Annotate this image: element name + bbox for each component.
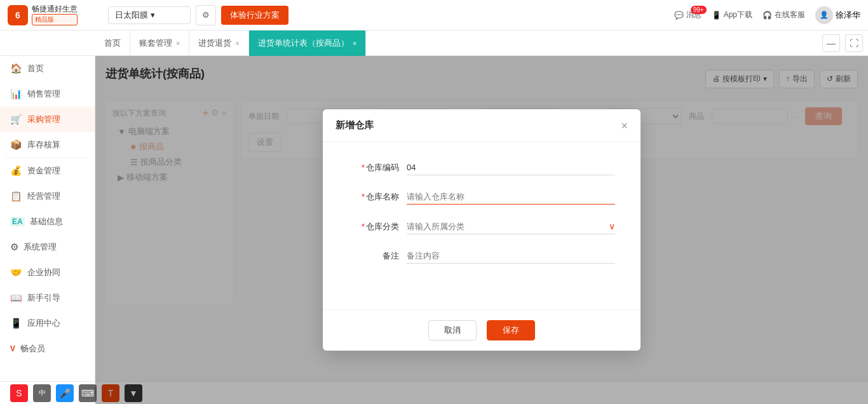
- keyboard-icon[interactable]: ⌨: [79, 384, 97, 402]
- tab-home-label: 首页: [104, 37, 121, 49]
- logo-area: 6 畅捷通好生意 精品版: [8, 4, 103, 26]
- form-row-warehouse-name: *仓库名称: [348, 189, 615, 205]
- operations-icon: 📋: [10, 191, 22, 202]
- tab-purchase-return-label: 进货退货: [198, 37, 231, 49]
- sidebar-item-system[interactable]: ⚙ 系统管理: [0, 234, 95, 260]
- sidebar-item-sales[interactable]: 📊 销售管理: [0, 81, 95, 107]
- brand-s-icon[interactable]: S: [10, 384, 28, 402]
- sidebar: 🏠 首页 📊 销售管理 🛒 采购管理 📦 库存核算 💰 资金管理 📋 经营管理 …: [0, 56, 95, 404]
- trial-button[interactable]: 体验行业方案: [221, 6, 288, 25]
- warehouse-code-label: *仓库编码: [348, 162, 399, 173]
- new-warehouse-modal: 新增仓库 × *仓库编码 *仓库名称: [323, 109, 641, 351]
- warehouse-name-input[interactable]: [407, 189, 615, 205]
- phone-icon: 📱: [712, 11, 721, 20]
- headset-icon: 🎧: [763, 11, 772, 20]
- form-row-remark: 备注: [348, 248, 615, 264]
- tab-expand-button[interactable]: ⛶: [845, 34, 863, 52]
- settings-button[interactable]: ⚙: [196, 5, 216, 25]
- modal-title: 新增仓库: [336, 119, 374, 131]
- remark-input[interactable]: [407, 248, 615, 264]
- sidebar-item-basic-info[interactable]: EA 基础信息: [0, 209, 95, 234]
- modal-close-button[interactable]: ×: [621, 120, 628, 131]
- app-badge: 精品版: [32, 14, 78, 25]
- form-row-warehouse-category: *仓库分类 ∨: [348, 219, 615, 234]
- form-row-warehouse-code: *仓库编码: [348, 160, 615, 175]
- tab-purchase-stats-label: 进货单统计表（按商品）: [258, 37, 349, 49]
- tab-home[interactable]: 首页: [95, 30, 130, 56]
- mic-icon[interactable]: 🎤: [56, 384, 74, 402]
- content-area: 进货单统计(按商品) 🖨 按模板打印 ▾ ↑ 导出 ↺ 刷新: [95, 56, 868, 404]
- message-icon: 💬: [674, 11, 684, 20]
- modal-body: *仓库编码 *仓库名称 *仓库分类: [323, 142, 641, 309]
- sidebar-item-purchase[interactable]: 🛒 采购管理: [0, 107, 95, 132]
- vip-icon: V: [10, 344, 15, 353]
- app-download-label: App下载: [724, 10, 752, 20]
- basic-info-icon: EA: [10, 217, 25, 227]
- sidebar-item-operations[interactable]: 📋 经营管理: [0, 184, 95, 209]
- main-layout: 🏠 首页 📊 销售管理 🛒 采购管理 📦 库存核算 💰 资金管理 📋 经营管理 …: [0, 56, 868, 404]
- warehouse-code-input[interactable]: [407, 160, 615, 175]
- tab-purchase-return-close-icon[interactable]: ×: [235, 39, 239, 47]
- tab-purchase-stats[interactable]: 进货单统计表（按商品） ×: [249, 30, 366, 56]
- tab-purchase-return[interactable]: 进货退货 ×: [189, 30, 248, 56]
- top-header: 6 畅捷通好生意 精品版 日太阳膜 ▾ ⚙ 体验行业方案 💬 消息 99+ 📱 …: [0, 0, 868, 30]
- sidebar-item-home-label: 首页: [27, 63, 44, 74]
- purchase-icon: 🛒: [10, 114, 22, 125]
- sidebar-item-app-center[interactable]: 📱 应用中心: [0, 311, 95, 336]
- inventory-icon: 📦: [10, 139, 22, 151]
- category-dropdown-icon: ∨: [609, 221, 615, 231]
- tab-account-label: 账套管理: [139, 37, 172, 49]
- store-selector[interactable]: 日太阳膜 ▾: [108, 6, 191, 24]
- user-name: 徐泽华: [836, 10, 860, 21]
- notification-badge: 99+: [691, 6, 707, 14]
- modal-footer: 取消 保存: [323, 309, 641, 351]
- sidebar-item-purchase-label: 采购管理: [27, 114, 60, 125]
- sidebar-item-app-center-label: 应用中心: [27, 318, 60, 329]
- tab-purchase-stats-close-icon[interactable]: ×: [353, 39, 356, 47]
- warehouse-name-label: *仓库名称: [348, 191, 399, 203]
- sidebar-item-vip-label: 畅会员: [20, 343, 45, 354]
- tab-bar: 首页 账套管理 × 进货退货 × 进货单统计表（按商品） × — ⛶: [0, 30, 868, 56]
- sidebar-item-basic-info-label: 基础信息: [30, 216, 63, 227]
- remark-label: 备注: [348, 250, 399, 262]
- customer-service-label: 在线客服: [775, 10, 805, 20]
- home-icon: 🏠: [10, 63, 22, 74]
- sidebar-item-inventory[interactable]: 📦 库存核算: [0, 132, 95, 158]
- sidebar-item-home[interactable]: 🏠 首页: [0, 56, 95, 81]
- tab-minimize-button[interactable]: —: [822, 34, 840, 52]
- app-logo-icon: 6: [8, 5, 28, 25]
- app-name: 畅捷通好生意: [32, 4, 78, 15]
- sidebar-item-guide-label: 新手引导: [27, 292, 60, 304]
- tab-account-close-icon[interactable]: ×: [176, 39, 180, 47]
- cancel-button[interactable]: 取消: [428, 320, 477, 340]
- avatar: 👤: [815, 6, 833, 24]
- system-icon: ⚙: [10, 241, 18, 253]
- required-star-1: *: [362, 163, 365, 172]
- modal-header: 新增仓库 ×: [323, 109, 641, 142]
- guide-icon: 📖: [10, 292, 22, 304]
- app-download-button[interactable]: 📱 App下载: [712, 10, 752, 20]
- sidebar-item-enterprise[interactable]: 🤝 企业协同: [0, 260, 95, 285]
- messages-button[interactable]: 💬 消息 99+: [674, 10, 702, 20]
- required-star-3: *: [362, 222, 365, 231]
- customer-service-button[interactable]: 🎧 在线客服: [763, 10, 805, 20]
- warehouse-category-input[interactable]: [407, 222, 609, 231]
- sidebar-item-vip[interactable]: V 畅会员: [0, 336, 95, 361]
- tab-account[interactable]: 账套管理 ×: [130, 30, 189, 56]
- modal-overlay: 新增仓库 × *仓库编码 *仓库名称: [95, 56, 868, 404]
- sidebar-item-sales-label: 销售管理: [27, 88, 60, 100]
- store-name: 日太阳膜: [115, 10, 148, 21]
- warehouse-category-select-wrap[interactable]: ∨: [407, 219, 615, 234]
- sales-icon: 📊: [10, 88, 22, 100]
- required-star-2: *: [362, 192, 365, 201]
- sidebar-item-inventory-label: 库存核算: [27, 139, 60, 151]
- user-menu[interactable]: 👤 徐泽华: [815, 6, 860, 24]
- sidebar-item-operations-label: 经营管理: [27, 191, 60, 202]
- sidebar-item-finance[interactable]: 💰 资金管理: [0, 158, 95, 184]
- sidebar-item-guide[interactable]: 📖 新手引导: [0, 285, 95, 311]
- chinese-input-icon[interactable]: 中: [33, 384, 51, 402]
- save-button[interactable]: 保存: [487, 320, 535, 340]
- store-chevron-icon: ▾: [151, 10, 155, 20]
- sidebar-item-enterprise-label: 企业协同: [27, 267, 60, 278]
- app-center-icon: 📱: [10, 318, 22, 329]
